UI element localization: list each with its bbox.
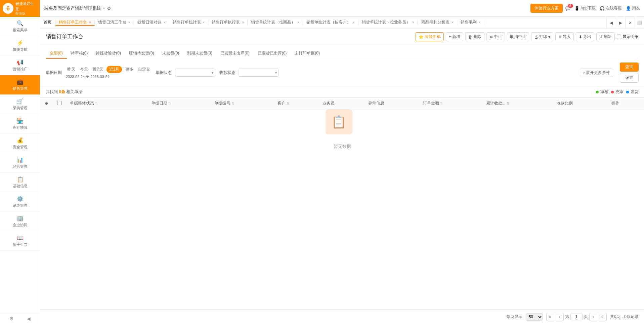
tab-close-sales-stats[interactable]: × xyxy=(203,21,205,24)
industry-btn[interactable]: 体验行业方案 xyxy=(530,4,563,13)
delete-btn[interactable]: 🗑 删除 xyxy=(465,32,484,41)
cancel-stop-btn[interactable]: 取消中止 xyxy=(507,32,529,41)
tab-home[interactable]: 首页 xyxy=(40,19,55,25)
smart-create-btn[interactable]: ⭐ 智能生单 xyxy=(416,32,444,41)
date-opt-近7天[interactable]: 近7天 xyxy=(91,66,104,73)
refresh-btn[interactable]: ↺ 刷新 xyxy=(596,32,615,41)
sidebar-item-search[interactable]: 🔍 搜索菜单 xyxy=(0,17,40,36)
sidebar-item-inventory[interactable]: 🏪 库存核算 xyxy=(0,114,40,134)
system-dropdown-arrow[interactable]: ▾ xyxy=(103,6,105,10)
date-opt-自定义[interactable]: 自定义 xyxy=(137,66,152,73)
tab-close-sales-product[interactable]: × xyxy=(297,21,299,24)
date-opt-近1月[interactable]: 近1月 xyxy=(106,66,122,73)
tab-close-gross-margin[interactable]: × xyxy=(452,21,454,24)
quick-action-review[interactable]: 审核 xyxy=(596,89,608,95)
sidebar-item-marketing[interactable]: 📢 营销推广 xyxy=(0,56,40,75)
page-input[interactable] xyxy=(570,314,583,320)
message-icon[interactable]: 💬 6 xyxy=(565,6,570,11)
topbar-settings-icon[interactable]: ⚙ xyxy=(107,6,111,11)
tab-cash-reconcile[interactable]: 钱货日清对账× xyxy=(134,19,169,25)
add-btn[interactable]: + 新增 xyxy=(446,32,463,41)
filter-tab-pending-review[interactable]: 待审核(0) xyxy=(67,48,92,59)
tab-close-sales-staff[interactable]: × xyxy=(412,21,414,24)
sort-icon-date[interactable]: ⇅ xyxy=(168,102,171,105)
page-size-select[interactable]: 102050100 xyxy=(526,313,543,321)
settings-icon[interactable]: ⚙ xyxy=(9,316,14,321)
tab-close-sales-exec[interactable]: × xyxy=(242,21,244,24)
filter-tab-wangpu-pending[interactable]: 旺铺待发货(0) xyxy=(125,48,158,59)
sidebar-item-system[interactable]: ⚙️ 系统管理 xyxy=(0,192,40,212)
sidebar-item-quick-nav[interactable]: ⚡ 快捷导航 xyxy=(0,36,40,56)
sidebar-item-enterprise[interactable]: 🏢 企业协同 xyxy=(0,212,40,231)
sort-icon-number[interactable]: ⇅ xyxy=(231,102,234,105)
quick-action-ship[interactable]: 发货 xyxy=(626,89,639,95)
date-opt-昨天[interactable]: 昨天 xyxy=(66,66,77,73)
th-label-operations: 操作 xyxy=(611,101,619,106)
filter-tab-not-printed[interactable]: 未打印单据(0) xyxy=(291,48,324,59)
tab-prev-btn[interactable]: ◀ xyxy=(606,17,616,29)
th-amount[interactable]: 订单金额⇅ xyxy=(419,98,482,109)
tab-maximize-btn[interactable]: ⬜ xyxy=(635,17,644,29)
filter-tab-not-shipped[interactable]: 未发货(0) xyxy=(158,48,183,59)
show-detail-checkbox[interactable]: 显示明细 xyxy=(617,34,639,40)
page-first-btn[interactable]: « xyxy=(546,313,554,321)
date-opt-今天[interactable]: 今天 xyxy=(79,66,89,73)
col-settings-icon[interactable]: ⚙ xyxy=(45,101,48,106)
tab-sales-stats[interactable]: 销售订单统计表× xyxy=(169,19,209,25)
user-btn[interactable]: 👤 用友 xyxy=(626,5,640,11)
tab-sales-customer[interactable]: 销货单统计表（按客户）× xyxy=(303,19,358,25)
tab-sales-workbench[interactable]: 销售订单工作台× xyxy=(55,19,95,26)
filter-tab-overdue-not-shipped[interactable]: 到期未发货(0) xyxy=(183,48,216,59)
tab-close-sales-customer[interactable]: × xyxy=(353,21,355,24)
tab-cash-daily[interactable]: 钱货日清工作台× xyxy=(95,19,134,25)
query-btn[interactable]: 查询 xyxy=(620,63,639,72)
th-number[interactable]: 单据编号⇅ xyxy=(210,98,273,109)
quick-action-unreviewed[interactable]: 充审 xyxy=(611,89,624,95)
th-date[interactable]: 单据日期⇅ xyxy=(147,98,210,109)
payment-select[interactable] xyxy=(239,69,279,77)
filter-tab-shipped-out[interactable]: 已发货已出库(0) xyxy=(254,48,291,59)
page-next-btn[interactable]: › xyxy=(589,313,597,321)
app-download-btn[interactable]: 📱 App下载 xyxy=(574,5,596,11)
th-status[interactable]: 单据整体状态⇅ xyxy=(66,98,147,109)
status-select[interactable] xyxy=(175,69,215,77)
page-last-btn[interactable]: » xyxy=(599,313,607,321)
sidebar-item-basic[interactable]: 📋 基础信息 xyxy=(0,173,40,192)
tab-sales-staff[interactable]: 销货单统计表（按业务员）× xyxy=(358,19,418,25)
tab-close-cash-reconcile[interactable]: × xyxy=(164,21,166,24)
sort-icon-status[interactable]: ⇅ xyxy=(95,102,98,105)
tab-close-sales-workbench[interactable]: × xyxy=(89,21,91,24)
collapse-icon[interactable]: ◀ xyxy=(27,316,31,321)
print-btn[interactable]: 🖨 打印 ▾ xyxy=(531,32,553,41)
sidebar-item-sales[interactable]: 💼 销售管理 xyxy=(0,75,40,95)
sidebar-item-guide[interactable]: 📖 新手引导 xyxy=(0,231,40,251)
tab-next-btn[interactable]: ▶ xyxy=(616,17,625,29)
tab-sales-exec[interactable]: 销售订单执行表× xyxy=(208,19,248,25)
sidebar-item-operations[interactable]: 📊 经营管理 xyxy=(0,153,40,173)
tab-gross-margin[interactable]: 商品毛利分析表× xyxy=(418,19,457,25)
tab-close-cash-daily[interactable]: × xyxy=(128,21,130,24)
th-collected[interactable]: 累计收款...⇅ xyxy=(482,98,553,109)
filter-tab-shipped-not-out[interactable]: 已发货未出库(0) xyxy=(216,48,254,59)
th-customer[interactable]: 客户⇅ xyxy=(273,98,318,109)
stop-btn[interactable]: ⊗ 中止 xyxy=(486,32,505,41)
select-all-checkbox[interactable] xyxy=(57,101,61,105)
import-btn[interactable]: ⬆ 导入 xyxy=(555,32,574,41)
date-opt-更多[interactable]: 更多 xyxy=(124,66,135,73)
sidebar-item-purchase[interactable]: 🛒 采购管理 xyxy=(0,95,40,114)
sidebar-item-finance[interactable]: 💰 资金管理 xyxy=(0,134,40,153)
set-btn[interactable]: 设置 xyxy=(620,73,639,83)
tab-sales-product[interactable]: 销货单统计表（按商品）× xyxy=(248,19,303,25)
filter-tab-all[interactable]: 全部(0) xyxy=(46,48,67,59)
filter-tab-pending-inspect[interactable]: 待拣货验货(0) xyxy=(92,48,125,59)
tab-sales-profit[interactable]: 销售毛利× xyxy=(457,19,484,25)
sort-icon-collected[interactable]: ⇅ xyxy=(507,102,509,105)
expand-btn[interactable]: ▿ 展开更多条件 xyxy=(580,69,613,77)
export-btn[interactable]: ⬇ 导出 xyxy=(576,32,594,41)
tab-close-all-btn[interactable]: ✕ xyxy=(625,17,635,29)
tab-close-sales-profit[interactable]: × xyxy=(479,21,481,24)
page-prev-btn[interactable]: ‹ xyxy=(556,313,564,321)
sort-icon-amount[interactable]: ⇅ xyxy=(440,102,443,105)
online-service-btn[interactable]: 🎧 在线客服 xyxy=(600,5,622,11)
sort-icon-customer[interactable]: ⇅ xyxy=(287,102,289,105)
